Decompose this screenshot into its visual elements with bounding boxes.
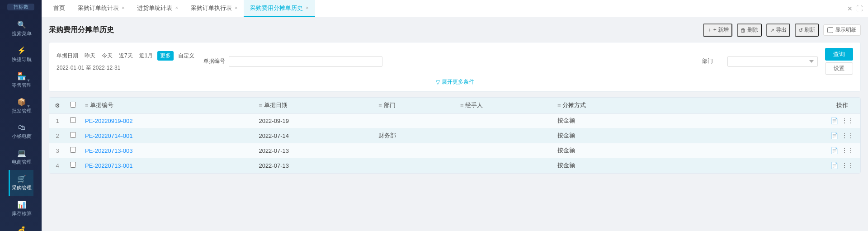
- date-label: 单据日期: [57, 52, 79, 60]
- row-split-method-1: 按金额: [553, 128, 824, 143]
- sidebar-item-quick-nav[interactable]: ⚡ 快捷导航: [9, 42, 33, 67]
- col-handler-header[interactable]: ≡ 经手人: [456, 98, 553, 113]
- sidebar: 指标数 🔍 搜索菜单 ⚡ 快捷导航 🏪 零售管理 ▼ 📦 批发管理 ▼ 🛍 小畅…: [0, 0, 42, 231]
- sidebar-item-wholesale[interactable]: 📦 批发管理 ▼: [9, 93, 33, 119]
- sidebar-item-label-inventory: 库存核算: [12, 210, 32, 217]
- row-check-0[interactable]: [66, 113, 80, 128]
- date-filter-group: 单据日期 昨天 今天 近7天 近1月 更多 自定义 2022-01-01 至 2…: [57, 51, 196, 72]
- date-yesterday[interactable]: 昨天: [83, 51, 97, 61]
- doc-no-link-3[interactable]: PE-20220713-001: [85, 162, 133, 169]
- row-num-1: 2: [49, 128, 66, 143]
- date-custom[interactable]: 自定义: [176, 51, 196, 61]
- data-table: ⚙ ≡ 单据编号 ≡ 单据日期 ≡ 部门 ≡ 经手人: [49, 97, 861, 174]
- export-icon: ↗: [770, 27, 774, 33]
- view-icon-1[interactable]: 📄: [830, 132, 838, 139]
- refresh-button[interactable]: ↺ 刷新: [795, 24, 819, 37]
- export-button[interactable]: ↗ 导出: [766, 24, 790, 37]
- finance-icon: 💰: [17, 226, 26, 231]
- ecommerce-icon: 💻: [17, 149, 26, 157]
- col-dept-label: ≡ 部门: [378, 102, 395, 108]
- row-check-2[interactable]: [66, 143, 80, 158]
- show-cols-button[interactable]: 显示明细: [823, 24, 861, 36]
- tab-purchase-fee-history[interactable]: 采购费用分摊单历史×: [244, 0, 315, 17]
- sidebar-item-retail[interactable]: 🏪 零售管理 ▼: [9, 67, 33, 93]
- tab-home[interactable]: 首页: [47, 0, 71, 17]
- dept-label: 部门: [702, 57, 725, 65]
- col-dept-header[interactable]: ≡ 部门: [374, 98, 456, 113]
- query-button[interactable]: 查询: [825, 48, 853, 61]
- row-checkbox-1[interactable]: [70, 132, 76, 138]
- close-window-icon[interactable]: ✕: [847, 5, 853, 12]
- tab-purchase-order-stats[interactable]: 采购订单统计表×: [71, 0, 131, 17]
- doc-no-link-1[interactable]: PE-20220714-001: [85, 132, 133, 139]
- sidebar-item-inventory[interactable]: 📊 库存核算: [9, 196, 33, 222]
- sidebar-item-search[interactable]: 🔍 搜索菜单: [9, 16, 33, 42]
- row-ops-3: 📄 ⋮⋮: [824, 158, 860, 173]
- tab-close-import-stats[interactable]: ×: [175, 5, 178, 10]
- row-checkbox-3[interactable]: [70, 162, 76, 168]
- col-doc-date-label: ≡ 单据日期: [259, 102, 287, 108]
- col-handler-label: ≡ 经手人: [460, 102, 483, 108]
- row-ops-1: 📄 ⋮⋮: [824, 128, 860, 143]
- col-doc-date-header[interactable]: ≡ 单据日期: [254, 98, 374, 113]
- row-split-method-0: 按金额: [553, 113, 824, 128]
- fullscreen-icon[interactable]: ⛶: [856, 5, 863, 12]
- date-1month[interactable]: 近1月: [137, 51, 155, 61]
- doc-no-link-0[interactable]: PE-20220919-002: [85, 118, 133, 124]
- select-all-checkbox[interactable]: [70, 102, 76, 108]
- view-icon-0[interactable]: 📄: [830, 117, 838, 124]
- col-doc-no-header[interactable]: ≡ 单据编号: [80, 98, 254, 113]
- tab-close-purchase-order-stats[interactable]: ×: [122, 5, 124, 10]
- doc-no-filter-group: 单据编号: [203, 56, 695, 67]
- delete-button[interactable]: 🗑 删除: [737, 24, 762, 37]
- sidebar-item-purchase[interactable]: 🛒 采购管理: [9, 170, 33, 196]
- add-button[interactable]: ＋ + 新增: [703, 24, 732, 37]
- doc-no-label: 单据编号: [203, 57, 226, 65]
- tab-label-purchase-order-exec: 采购订单执行表: [191, 4, 232, 12]
- row-check-1[interactable]: [66, 128, 80, 143]
- row-check-3[interactable]: [66, 158, 80, 173]
- chevron-down-icon: ▽: [436, 79, 440, 85]
- sidebar-item-finance[interactable]: 💰 资金管理: [9, 222, 33, 231]
- show-cols-checkbox[interactable]: [827, 27, 833, 33]
- page-content: 采购费用分摊单历史 ＋ + 新增 🗑 删除 ↗ 导出 ↺ 刷新: [42, 17, 868, 231]
- date-7days[interactable]: 近7天: [117, 51, 135, 61]
- more-icon-2[interactable]: ⋮⋮: [841, 147, 854, 154]
- date-today[interactable]: 今天: [100, 51, 114, 61]
- row-doc-date-0: 2022-09-19: [254, 113, 374, 128]
- tab-close-purchase-fee-history[interactable]: ×: [306, 5, 308, 10]
- more-icon-1[interactable]: ⋮⋮: [841, 132, 854, 139]
- dept-select[interactable]: [727, 56, 818, 67]
- tab-close-purchase-order-exec[interactable]: ×: [235, 5, 237, 10]
- sidebar-item-ecommerce[interactable]: 💻 电商管理: [9, 144, 33, 170]
- doc-no-link-2[interactable]: PE-20220713-003: [85, 147, 133, 154]
- col-split-method-header[interactable]: ≡ 分摊方式: [553, 98, 824, 113]
- filter-settings-button[interactable]: 设置: [825, 62, 853, 75]
- more-icon-0[interactable]: ⋮⋮: [841, 117, 854, 124]
- table-row: 4 PE-20220713-001 2022-07-13 按金额 📄 ⋮⋮: [49, 158, 860, 173]
- row-handler-2: [456, 143, 553, 158]
- view-icon-2[interactable]: 📄: [830, 147, 838, 154]
- col-check-header[interactable]: [66, 98, 80, 113]
- header-actions: ＋ + 新增 🗑 删除 ↗ 导出 ↺ 刷新 显示明细: [703, 24, 861, 37]
- sidebar-item-mini-mall[interactable]: 🛍 小畅电商: [9, 119, 33, 144]
- col-settings-header[interactable]: ⚙: [49, 98, 66, 113]
- tab-import-stats[interactable]: 进货单统计表×: [131, 0, 184, 17]
- expand-more-button[interactable]: ▽ 展开更多条件: [57, 78, 853, 86]
- more-icon-3[interactable]: ⋮⋮: [841, 162, 854, 169]
- row-handler-3: [456, 158, 553, 173]
- row-checkbox-0[interactable]: [70, 117, 76, 123]
- sidebar-item-label-mini-mall: 小畅电商: [12, 133, 32, 140]
- tab-purchase-order-exec[interactable]: 采购订单执行表×: [184, 0, 244, 17]
- row-split-method-2: 按金额: [553, 143, 824, 158]
- doc-no-input[interactable]: [229, 56, 382, 67]
- col-doc-no-label: ≡ 单据编号: [85, 102, 113, 108]
- row-doc-no-3: PE-20220713-001: [80, 158, 254, 173]
- row-checkbox-2[interactable]: [70, 147, 76, 153]
- dept-filter-group: 部门: [702, 56, 818, 67]
- view-icon-3[interactable]: 📄: [830, 162, 838, 169]
- page-title: 采购费用分摊单历史: [49, 25, 114, 35]
- date-more[interactable]: 更多: [157, 51, 174, 61]
- table-row: 3 PE-20220713-003 2022-07-13 按金额 📄 ⋮⋮: [49, 143, 860, 158]
- row-dept-3: [374, 158, 456, 173]
